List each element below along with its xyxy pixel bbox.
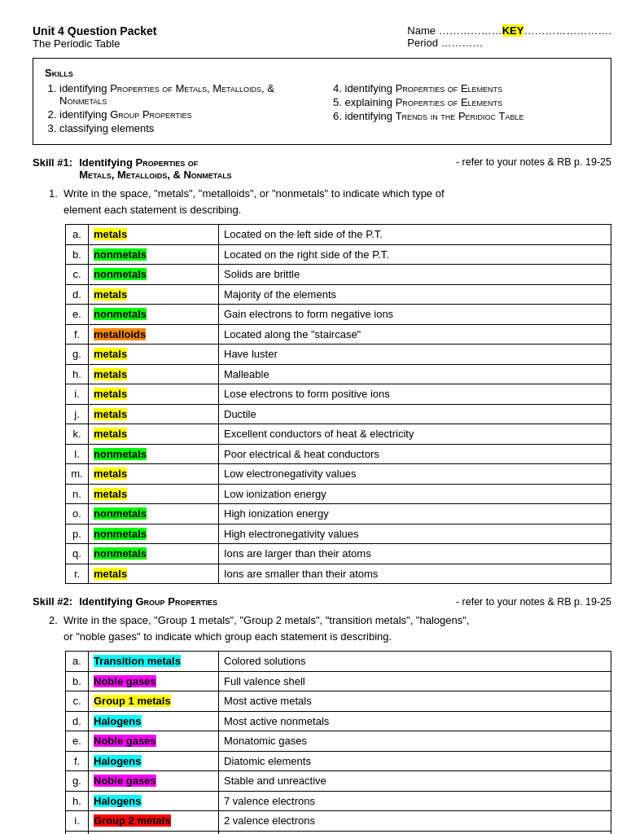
row-answer: Halogens: [89, 751, 219, 771]
row-letter: g.: [66, 771, 89, 792]
table-row: p.nonmetalsHigh electronegativity values: [66, 524, 611, 544]
row-letter: e.: [66, 731, 89, 752]
row-desc: Excellent conductors of heat & electrici…: [219, 424, 611, 445]
row-desc: Stable and unreactive: [219, 771, 611, 792]
table-row: d.HalogensMost active nonmetals: [66, 711, 611, 731]
row-letter: p.: [66, 524, 89, 544]
skills-grid: identifying Properties of Metals, Metall…: [45, 82, 599, 136]
row-desc: High electronegativity values: [219, 524, 611, 544]
row-answer: metals: [89, 225, 219, 245]
table-row: n.metalsLow ionization energy: [66, 484, 611, 504]
row-letter: o.: [66, 504, 89, 525]
row-desc: Most active nonmetals: [219, 711, 611, 731]
table-row: c.Group 1 metalsMost active metals: [66, 691, 611, 712]
row-answer: nonmetals: [89, 444, 219, 464]
row-desc: Form ions with a +1 charge: [219, 831, 611, 834]
row-answer: metals: [89, 464, 219, 485]
row-answer: Group 2 metals: [89, 811, 219, 832]
skill2-ref: - refer to your notes & RB p. 19-25: [456, 596, 611, 608]
table-row: b.Noble gasesFull valence shell: [66, 671, 611, 691]
skill2-table: a.Transition metalsColored solutionsb.No…: [65, 651, 611, 834]
row-desc: Malleable: [219, 364, 611, 384]
row-desc: Low ionization energy: [219, 484, 611, 504]
table-row: h.Halogens7 valence electrons: [66, 791, 611, 811]
table-row: l.nonmetalsPoor electrical & heat conduc…: [66, 444, 611, 464]
skill2-question: 2. Write in the space, "Group 1 metals",…: [49, 612, 611, 644]
row-answer: nonmetals: [89, 265, 219, 285]
row-answer: Group 1 metals: [89, 691, 219, 712]
skill2-header: Skill #2: Identifying Group Properties -…: [33, 595, 611, 608]
skill-item: identifying Trends in the Peridioc Table: [345, 110, 600, 122]
row-answer: Noble gases: [89, 671, 219, 691]
table-row: f.HalogensDiatomic elements: [66, 751, 611, 771]
row-letter: i.: [66, 384, 89, 405]
row-answer: Transition metals: [89, 652, 219, 672]
row-answer: Group 1 metals: [89, 831, 219, 834]
row-desc: 7 valence electrons: [219, 791, 611, 811]
skill1-table: a.metalsLocated on the left side of the …: [65, 224, 611, 584]
table-row: e.nonmetalsGain electrons to form negati…: [66, 305, 611, 325]
row-letter: q.: [66, 544, 89, 564]
skill1-label: Skill #1:: [33, 156, 72, 169]
row-answer: Noble gases: [89, 771, 219, 792]
row-letter: d.: [66, 711, 89, 731]
row-desc: Located on the left side of the P.T.: [219, 225, 611, 245]
skill1-title: Identifying Properties ofMetals, Metallo…: [79, 156, 232, 181]
row-answer: nonmetals: [89, 544, 219, 564]
row-desc: Ductile: [219, 404, 611, 424]
table-row: g.metalsHave luster: [66, 345, 611, 365]
row-desc: Located along the "staircase": [219, 324, 611, 345]
row-answer: metals: [89, 345, 219, 365]
skill-item: identifying Group Properties: [59, 108, 314, 121]
table-row: q.nonmetalsIons are larger than their at…: [66, 544, 611, 564]
row-desc: 2 valence electrons: [219, 811, 611, 832]
skills-title: Skills: [45, 67, 599, 79]
row-letter: g.: [66, 345, 89, 365]
skill2-label: Skill #2:: [33, 595, 72, 608]
skills-col-1: identifying Properties of Metals, Metall…: [45, 82, 314, 136]
row-letter: l.: [66, 444, 89, 464]
table-row: a.metalsLocated on the left side of the …: [66, 225, 611, 245]
skill-item: identifying Properties of Metals, Metall…: [59, 82, 314, 107]
row-answer: nonmetals: [89, 504, 219, 525]
row-desc: Lose electrons to form positive ions: [219, 384, 611, 405]
row-desc: Low electronegativity values: [219, 464, 611, 485]
row-desc: Colored solutions: [219, 652, 611, 672]
row-desc: Monatomic gases: [219, 731, 611, 752]
row-letter: j.: [66, 404, 89, 424]
row-answer: metals: [89, 564, 219, 584]
row-letter: m.: [66, 464, 89, 485]
table-row: r.metalsIons are smaller than their atom…: [66, 564, 611, 584]
row-letter: c.: [66, 265, 89, 285]
row-desc: Ions are larger than their atoms: [219, 544, 611, 564]
table-row: b.nonmetalsLocated on the right side of …: [66, 244, 611, 265]
row-letter: k.: [66, 424, 89, 445]
header: Unit 4 Question Packet The Periodic Tabl…: [33, 24, 611, 50]
row-answer: Halogens: [89, 791, 219, 811]
row-letter: f.: [66, 751, 89, 771]
row-letter: i.: [66, 811, 89, 832]
row-letter: r.: [66, 564, 89, 584]
row-desc: Located on the right side of the P.T.: [219, 244, 611, 265]
row-answer: Halogens: [89, 711, 219, 731]
row-answer: metals: [89, 404, 219, 424]
row-desc: Poor electrical & heat conductors: [219, 444, 611, 464]
page-title: Unit 4 Question Packet: [33, 24, 156, 37]
table-row: c.nonmetalsSolids are brittle: [66, 265, 611, 285]
row-letter: f.: [66, 324, 89, 345]
row-answer: metals: [89, 424, 219, 445]
table-row: j.Group 1 metalsForm ions with a +1 char…: [66, 831, 611, 834]
row-answer: nonmetals: [89, 305, 219, 325]
row-answer: metalloids: [89, 324, 219, 345]
row-answer: Noble gases: [89, 731, 219, 752]
row-letter: b.: [66, 671, 89, 691]
row-letter: c.: [66, 691, 89, 712]
row-letter: a.: [66, 652, 89, 672]
row-answer: metals: [89, 484, 219, 504]
table-row: f.metalloidsLocated along the "staircase…: [66, 324, 611, 345]
row-letter: n.: [66, 484, 89, 504]
skill1-ref: - refer to your notes & RB p. 19-25: [456, 156, 611, 168]
skill1-question: 1. Write in the space, "metals", "metall…: [49, 186, 611, 217]
row-desc: Have luster: [219, 345, 611, 365]
row-desc: Solids are brittle: [219, 265, 611, 285]
